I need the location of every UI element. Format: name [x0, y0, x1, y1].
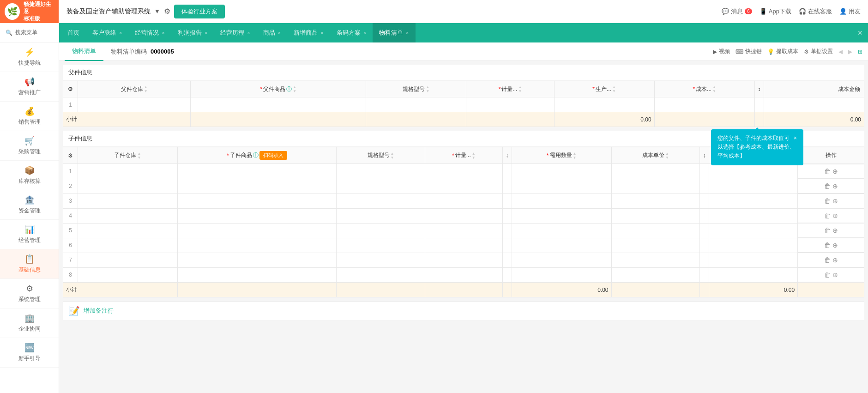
qty-cell[interactable] [512, 193, 611, 208]
qty-cell[interactable] [512, 179, 611, 193]
scan-button[interactable]: 扫码录入 [259, 151, 287, 160]
sidebar-item-operation[interactable]: 📊 经营管理 [0, 220, 59, 249]
close-all-tabs-button[interactable]: × [854, 28, 866, 38]
goods-cell[interactable] [177, 164, 336, 179]
goods-cell[interactable] [177, 238, 336, 253]
copy-icon[interactable]: ⊕ [832, 212, 838, 219]
add-note-label[interactable]: 增加备注行 [84, 307, 114, 315]
th-goods-parent[interactable]: *父件商品ⓘ▲▼ [191, 81, 366, 97]
add-note-icon[interactable]: 📝 [68, 305, 80, 316]
th-qty-child[interactable]: *需用数量▲▼ [512, 147, 611, 164]
price-cell[interactable] [611, 267, 700, 283]
delete-icon[interactable]: 🗑 [824, 271, 831, 278]
goods-cell[interactable] [177, 179, 336, 193]
sidebar-item-purchase[interactable]: 🛒 采购管理 [0, 131, 59, 161]
sidebar-item-basic[interactable]: 📋 基础信息 [0, 249, 59, 279]
view-video-button[interactable]: ▶ 视频 [713, 48, 730, 55]
sidebar-item-quicknav[interactable]: ⚡ 快捷导航 [0, 42, 59, 72]
warehouse-cell[interactable] [78, 164, 178, 179]
trial-button[interactable]: 体验行业方案 [174, 5, 225, 18]
sidebar-item-inventory[interactable]: 📦 库存核算 [0, 161, 59, 190]
spec-cell[interactable] [337, 253, 425, 267]
tab-profit[interactable]: 利润报告 × [171, 23, 214, 42]
sidebar-item-system[interactable]: ⚙ 系统管理 [0, 279, 59, 308]
production-cell[interactable] [554, 97, 654, 112]
spec-cell[interactable] [337, 179, 425, 193]
copy-icon[interactable]: ⊕ [832, 256, 838, 264]
tab-close-icon[interactable]: × [119, 30, 122, 36]
copy-icon[interactable]: ⊕ [832, 182, 838, 190]
shortcut-button[interactable]: ⌨ 快捷键 [735, 48, 762, 55]
tab-close-icon[interactable]: × [363, 30, 366, 36]
goods-cell[interactable] [177, 208, 336, 223]
unit-cell[interactable] [425, 238, 502, 253]
cost-cell[interactable] [654, 97, 754, 112]
tooltip-close-button[interactable]: × [794, 134, 797, 143]
th-price-child[interactable]: 成本单价▲▼ [611, 147, 700, 164]
th-settings-parent[interactable]: ⚙ [63, 81, 78, 97]
price-cell[interactable] [611, 238, 700, 253]
tab-home[interactable]: 首页 [61, 23, 86, 42]
copy-icon[interactable]: ⊕ [832, 242, 838, 249]
unit-cell[interactable] [425, 193, 502, 208]
th-sort-child[interactable]: ↕ [502, 147, 512, 164]
sidebar-item-guide[interactable]: 🆕 新手引导 [0, 338, 59, 368]
price-cell[interactable] [611, 179, 700, 193]
sidebar-search-area[interactable]: 🔍 搜索菜单 [0, 23, 59, 42]
unit-cell[interactable] [425, 253, 502, 267]
spec-cell[interactable] [337, 267, 425, 283]
nav-next-icon[interactable]: ▶ [848, 48, 852, 55]
th-cost-parent[interactable]: *成本...▲▼ [654, 81, 754, 97]
online-service-button[interactable]: 🎧 在线客服 [799, 7, 832, 16]
th-spec-parent[interactable]: 规格型号▲▼ [366, 81, 466, 97]
th-unit-parent[interactable]: *计量...▲▼ [466, 81, 554, 97]
warehouse-cell[interactable] [78, 179, 178, 193]
tab-close-icon[interactable]: × [406, 30, 409, 36]
unit-cell[interactable] [425, 179, 502, 193]
delete-icon[interactable]: 🗑 [824, 197, 831, 205]
single-settings-button[interactable]: ⚙ 单据设置 [804, 48, 833, 55]
tab-history[interactable]: 经营历程 × [214, 23, 256, 42]
warehouse-cell[interactable] [78, 267, 178, 283]
th-warehouse-parent[interactable]: 父件仓库▲▼ [78, 81, 191, 97]
unit-cell[interactable] [425, 208, 502, 223]
spec-cell[interactable] [366, 97, 466, 112]
nav-prev-icon[interactable]: ◀ [838, 48, 843, 55]
tab-bom[interactable]: 物料清单 × [373, 23, 415, 42]
goods-cell[interactable] [177, 223, 336, 238]
goods-cell[interactable] [177, 193, 336, 208]
goods-cell[interactable] [177, 267, 336, 283]
qty-cell[interactable] [512, 267, 611, 283]
th-settings-child[interactable]: ⚙ [63, 147, 78, 164]
delete-icon[interactable]: 🗑 [824, 242, 831, 249]
unit-cell[interactable] [425, 223, 502, 238]
spec-cell[interactable] [337, 164, 425, 179]
sidebar-item-sales[interactable]: 💰 销售管理 [0, 102, 59, 131]
tab-close-icon[interactable]: × [278, 30, 281, 36]
extract-cost-button[interactable]: 💡 提取成本 [767, 48, 798, 55]
search-menu-button[interactable]: 🔍 搜索菜单 [4, 27, 55, 38]
dropdown-arrow[interactable]: ▼ [154, 8, 160, 15]
th-goods-child[interactable]: *子件商品ⓘ 扫码录入 [177, 147, 336, 164]
spec-cell[interactable] [337, 223, 425, 238]
qty-cell[interactable] [512, 164, 611, 179]
delete-icon[interactable]: 🗑 [824, 168, 831, 175]
goods-cell[interactable] [191, 97, 366, 112]
price-cell[interactable] [611, 208, 700, 223]
message-button[interactable]: 💬 消息 6 [722, 7, 752, 16]
qty-cell[interactable] [512, 253, 611, 267]
sidebar-item-marketing[interactable]: 📢 营销推广 [0, 72, 59, 102]
tab-new-goods[interactable]: 新增商品 × [287, 23, 330, 42]
th-sort-parent[interactable]: ↕ [754, 81, 764, 97]
app-download-button[interactable]: 📱 App下载 [760, 7, 791, 16]
th-warehouse-child[interactable]: 子件仓库▲▼ [78, 147, 178, 164]
warehouse-cell[interactable] [78, 223, 178, 238]
sidebar-item-finance[interactable]: 🏦 资金管理 [0, 190, 59, 220]
settings-icon[interactable]: ⚙ [164, 7, 170, 16]
unit-cell[interactable] [425, 267, 502, 283]
unit-cell[interactable] [425, 164, 502, 179]
price-cell[interactable] [611, 164, 700, 179]
warehouse-cell[interactable] [78, 193, 178, 208]
delete-icon[interactable]: 🗑 [824, 212, 831, 219]
spec-cell[interactable] [337, 193, 425, 208]
